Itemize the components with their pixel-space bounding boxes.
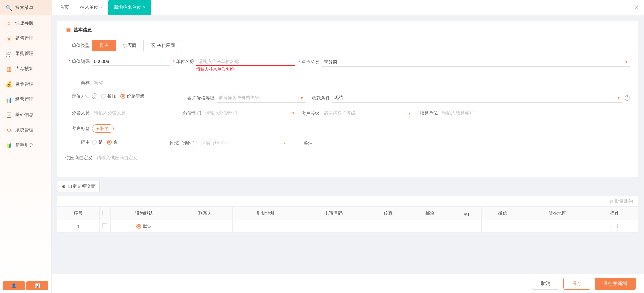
collection-condition-value: 现结	[334, 95, 343, 101]
save-button[interactable]: 保存	[563, 278, 590, 290]
sidebar-item-quick-nav[interactable]: ⌂ 快捷导航	[0, 15, 51, 31]
tab-new-counterparty-close[interactable]: ×	[143, 5, 146, 10]
collection-help-icon[interactable]: ?	[625, 95, 630, 101]
pricing-help-icon[interactable]: ?	[92, 93, 97, 99]
sidebar-item-system[interactable]: ⚙ 系统管理	[0, 122, 51, 138]
sidebar-user-btn[interactable]: 👤	[3, 281, 25, 290]
sidebar-label-operations: 经营管理	[15, 96, 33, 103]
contact-table: 序号 设为默认 联系人 到货地址 电话号码 传真 邮箱 qq 微信 所在地区	[57, 206, 638, 233]
row-contact	[178, 220, 233, 233]
remark-label: 备注	[288, 140, 313, 146]
table-header-row: 🗑 批量删除	[57, 196, 638, 206]
short-name-row: 简称	[65, 79, 630, 87]
select-all-checkbox[interactable]	[102, 211, 107, 215]
row-default-radio-circle	[136, 224, 141, 229]
pricing-level-circle	[120, 94, 125, 99]
customer-tag-field: 客户标签 + 标签	[65, 124, 630, 133]
row-delete-btn[interactable]: 🗑	[615, 223, 620, 229]
unit-category-select[interactable]: 未分类 ▼	[322, 57, 630, 67]
disabled-region-row: 停用 是 否 区域（地区） ···	[65, 139, 630, 147]
operations-icon: 📊	[6, 96, 13, 103]
unit-code-input[interactable]	[92, 57, 170, 66]
department-input[interactable]	[203, 109, 289, 117]
sidebar-stats-btn[interactable]: 📊	[26, 281, 49, 290]
disabled-no-radio[interactable]: 否	[107, 139, 118, 145]
batch-delete-button[interactable]: 🗑 批量删除	[609, 198, 633, 204]
settlement-unit-label: 结算单位	[414, 110, 438, 116]
customer-level-select[interactable]: 请选择客户等级 ▼	[322, 109, 414, 118]
tab-new-counterparty[interactable]: 新增往来单位 ×	[108, 0, 151, 15]
sidebar-item-guide[interactable]: 🔰 新手引导	[0, 138, 51, 153]
tab-home[interactable]: 首页	[54, 0, 74, 15]
save-new-button[interactable]: 保存并新增	[595, 278, 636, 290]
supplier-custom-input[interactable]	[95, 154, 177, 162]
sidebar-label-basic-info: 基础信息	[15, 112, 33, 118]
settlement-unit-more-btn[interactable]: ···	[623, 110, 630, 116]
system-icon: ⚙	[6, 127, 13, 133]
unit-type-field: 单位类型 客户 供应商 客户/供应商	[65, 40, 630, 51]
row-wechat	[482, 220, 524, 233]
sidebar-item-inventory[interactable]: ▦ 库存核算	[0, 61, 51, 76]
sidebar-search[interactable]: 🔍 搜索菜单	[0, 0, 51, 15]
form-content: ▣ 基本信息 单位类型 客户 供应商 客户/供应商 单位编码	[52, 15, 644, 274]
sidebar-item-finance[interactable]: 💰 资金管理	[0, 76, 51, 92]
col-check	[99, 207, 110, 220]
disabled-no-circle	[107, 140, 112, 145]
customer-level-placeholder: 请选择客户等级	[324, 110, 355, 116]
col-email: 邮箱	[409, 207, 451, 220]
customer-price-label: 客户价格等级	[187, 95, 214, 101]
region-input[interactable]	[199, 139, 279, 147]
sidebar-search-label: 搜索菜单	[15, 5, 33, 11]
manager-input[interactable]	[92, 109, 167, 117]
row-default-radio[interactable]: 默认	[113, 223, 175, 229]
manager-more-btn[interactable]: ···	[170, 110, 177, 116]
region-label: 区域（地区）	[170, 140, 197, 146]
customer-level-chevron-icon: ▼	[408, 112, 411, 115]
customer-price-select[interactable]: 请选择客户价格等级 ▼	[217, 93, 306, 103]
sidebar-item-sales[interactable]: ◎ 销售管理	[0, 31, 51, 46]
settlement-unit-input[interactable]	[440, 109, 621, 117]
sidebar-item-basic-info[interactable]: 📋 基础信息	[0, 107, 51, 122]
remark-input[interactable]	[315, 139, 630, 147]
sales-icon: ◎	[6, 35, 13, 42]
pricing-level-radio[interactable]: 价格等级	[120, 93, 145, 99]
pricing-discount-radio[interactable]: 折扣	[101, 93, 116, 99]
unit-type-supplier-btn[interactable]: 供应商	[116, 40, 144, 51]
row-fax	[367, 220, 409, 233]
sidebar-label-quick-nav: 快捷导航	[15, 20, 33, 26]
disabled-yes-circle	[92, 140, 97, 145]
cancel-button[interactable]: 取消	[532, 278, 559, 290]
region-more-btn[interactable]: ···	[281, 140, 288, 146]
short-name-input[interactable]	[92, 79, 170, 87]
unit-name-input[interactable]	[196, 57, 295, 66]
short-name-field: 简称	[65, 79, 170, 87]
row-checkbox[interactable]	[102, 223, 107, 228]
unit-type-both-btn[interactable]: 客户/供应商	[144, 40, 182, 51]
sidebar-item-purchase[interactable]: 🛒 采购管理	[0, 46, 51, 61]
unit-type-customer-btn[interactable]: 客户	[92, 40, 116, 51]
tag-add-button[interactable]: + 标签	[92, 124, 114, 133]
sidebar: 🔍 搜索菜单 ⌂ 快捷导航 ◎ 销售管理 🛒 采购管理 ▦ 库存核算 💰 资金管…	[0, 0, 52, 293]
table-header: 序号 设为默认 联系人 到货地址 电话号码 传真 邮箱 qq 微信 所在地区	[57, 207, 638, 220]
basic-info-card: ▣ 基本信息 单位类型 客户 供应商 客户/供应商 单位编码	[57, 21, 638, 177]
tab-counterparty-close[interactable]: ×	[100, 5, 103, 10]
supplier-custom-label: 供应商自定义	[65, 155, 93, 161]
batch-delete-label: 批量删除	[615, 198, 633, 204]
sidebar-item-operations[interactable]: 📊 经营管理	[0, 92, 51, 107]
collection-condition-select[interactable]: 现结 ▼	[332, 93, 622, 103]
tabs-window-close[interactable]: ×	[632, 4, 641, 11]
collection-condition-chevron-icon: ▼	[617, 96, 620, 100]
tab-counterparty[interactable]: 往来单位 ×	[74, 0, 108, 15]
col-phone: 电话号码	[300, 207, 367, 220]
customer-price-field: 客户价格等级 请选择客户价格等级 ▼	[187, 93, 306, 103]
custom-settings-gear-icon: ⚙	[62, 184, 66, 189]
col-action: 操作	[591, 207, 638, 220]
guide-icon: 🔰	[6, 142, 13, 149]
col-no: 序号	[57, 207, 100, 220]
disabled-yes-radio[interactable]: 是	[92, 139, 103, 145]
department-label: 分管部门	[177, 110, 201, 116]
custom-settings-button[interactable]: ⚙ 自定义项设置	[57, 181, 100, 192]
manager-row: 分管人员 ··· 分管部门 ▼ 客户等级 请选择客户等级 ▼	[65, 109, 630, 118]
row-add-btn[interactable]: +	[609, 223, 612, 229]
customer-level-field: 客户等级 请选择客户等级 ▼	[295, 109, 414, 118]
